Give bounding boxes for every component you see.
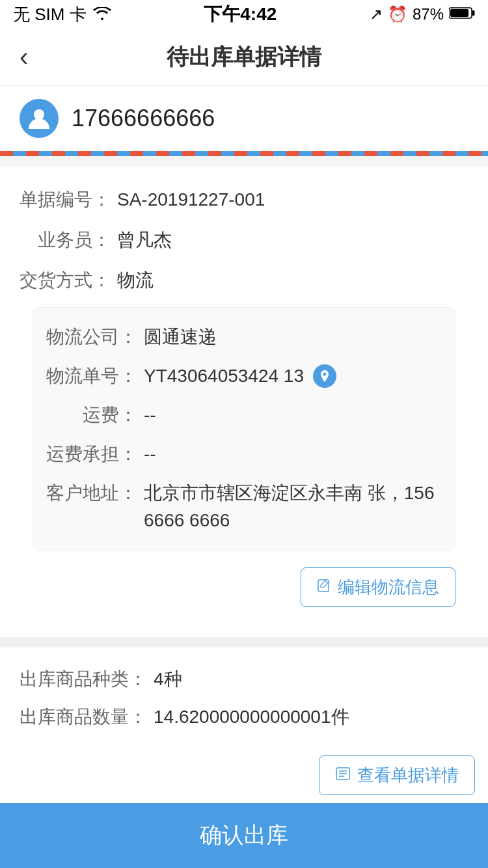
battery-icon (449, 5, 475, 23)
view-detail-row: 查看单据详情 (0, 749, 488, 806)
dashed-separator (0, 151, 488, 156)
edit-icon (317, 577, 331, 597)
product-type-value: 4种 (154, 667, 182, 692)
confirm-btn-label: 确认出库 (200, 821, 288, 850)
section-divider (0, 637, 488, 647)
freight-bearer-label: 运费承担： (46, 441, 137, 468)
freight-bearer-row: 运费承担： -- (46, 441, 442, 468)
carrier-text: 无 SIM 卡 (13, 3, 87, 26)
svg-point-3 (34, 109, 44, 120)
back-button[interactable]: ‹ (20, 42, 28, 72)
logistics-tracking-value: YT43064053424 13 (144, 362, 442, 390)
status-right: ↗ ⏰ 87% (370, 5, 475, 23)
svg-rect-1 (472, 10, 474, 16)
battery-text: 87% (413, 5, 444, 23)
delivery-row: 交货方式： 物流 (20, 267, 468, 294)
avatar (20, 99, 59, 138)
edit-logistics-button[interactable]: 编辑物流信息 (301, 567, 455, 607)
list-icon (335, 765, 351, 785)
page-title: 待出库单据详情 (167, 42, 321, 72)
back-icon: ‹ (20, 42, 28, 71)
product-section: 出库商品种类： 4种 出库商品数量： 14.620000000000001件 (0, 647, 488, 749)
status-left: 无 SIM 卡 (13, 3, 111, 26)
location-status-icon: ↗ (370, 5, 383, 23)
product-quantity-row: 出库商品数量： 14.620000000000001件 (20, 705, 468, 729)
order-info-section: 单据编号： SA-20191227-001 业务员： 曾凡杰 交货方式： 物流 … (0, 167, 488, 637)
nav-bar: ‹ 待出库单据详情 (0, 29, 488, 86)
address-value: 北京市市辖区海淀区永丰南 张，156 6666 6666 (144, 480, 442, 534)
logistics-card: 物流公司： 圆通速递 物流单号： YT43064053424 13 运费： --… (33, 307, 455, 550)
view-detail-button[interactable]: 查看单据详情 (319, 755, 475, 795)
logistics-company-row: 物流公司： 圆通速递 (46, 323, 442, 351)
delivery-label: 交货方式： (20, 267, 111, 294)
salesman-row: 业务员： 曾凡杰 (20, 226, 468, 254)
product-quantity-label: 出库商品数量： (20, 705, 147, 729)
status-bar: 无 SIM 卡 下午4:42 ↗ ⏰ 87% (0, 0, 488, 29)
product-quantity-value: 14.620000000000001件 (154, 705, 349, 729)
address-label: 客户地址： (46, 480, 137, 507)
logistics-tracking-label: 物流单号： (46, 362, 137, 390)
salesman-value: 曾凡杰 (117, 226, 468, 254)
product-type-label: 出库商品种类： (20, 667, 147, 692)
freight-value: -- (144, 401, 442, 429)
freight-label: 运费： (46, 401, 137, 429)
freight-bearer-value: -- (144, 441, 442, 468)
edit-btn-row: 编辑物流信息 (20, 561, 468, 617)
wifi-icon (93, 5, 111, 25)
order-no-label: 单据编号： (20, 186, 111, 213)
status-time: 下午4:42 (204, 2, 277, 27)
customer-header: 17666666666 (0, 86, 488, 151)
salesman-label: 业务员： (20, 226, 111, 254)
confirm-button[interactable]: 确认出库 (0, 803, 488, 868)
logistics-tracking-row: 物流单号： YT43064053424 13 (46, 362, 442, 390)
logistics-company-value: 圆通速递 (144, 323, 442, 351)
logistics-company-label: 物流公司： (46, 323, 137, 351)
customer-phone: 17666666666 (72, 105, 215, 132)
svg-rect-4 (318, 580, 329, 591)
freight-row: 运费： -- (46, 401, 442, 429)
address-row: 客户地址： 北京市市辖区海淀区永丰南 张，156 6666 6666 (46, 480, 442, 534)
alarm-icon: ⏰ (388, 5, 407, 23)
edit-logistics-label: 编辑物流信息 (338, 576, 439, 599)
order-no-value: SA-20191227-001 (117, 186, 468, 213)
order-no-row: 单据编号： SA-20191227-001 (20, 186, 468, 213)
product-type-row: 出库商品种类： 4种 (20, 667, 468, 692)
track-location-icon[interactable] (313, 364, 336, 388)
delivery-value: 物流 (117, 267, 468, 294)
svg-rect-2 (450, 9, 468, 17)
tracking-number: YT43064053424 13 (144, 362, 304, 390)
view-detail-label: 查看单据详情 (357, 764, 459, 787)
